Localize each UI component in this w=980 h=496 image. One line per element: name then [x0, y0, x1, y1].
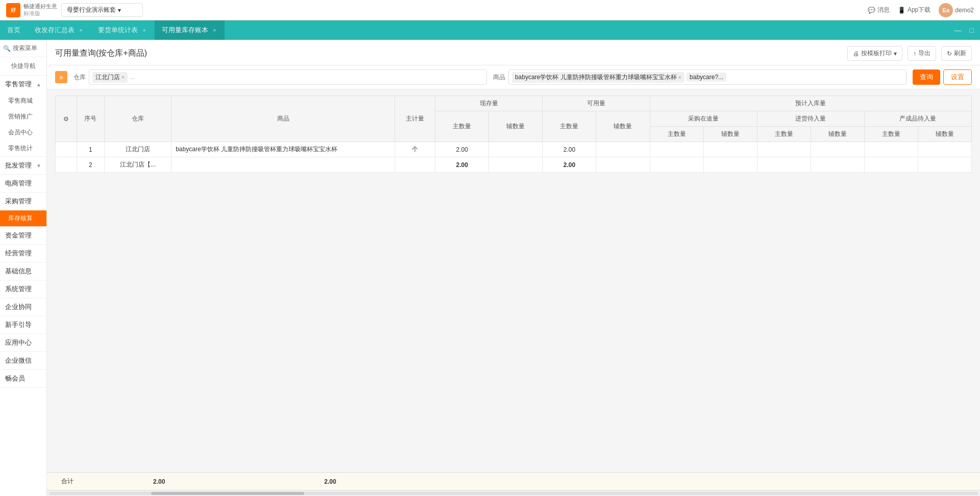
- top-bar: 好 畅捷通好生意 标准版 母婴行业演示账套 ▾ 💬 消息 📱 App下载 Ea …: [0, 0, 980, 20]
- sidebar-group-system: 系统管理: [0, 280, 46, 298]
- sidebar-group-purchase-header[interactable]: 采购管理: [0, 193, 46, 210]
- minimize-icon[interactable]: —: [952, 24, 964, 36]
- print-icon: 🖨: [853, 50, 859, 57]
- sidebar-group-operations: 经营管理: [0, 245, 46, 263]
- export-button[interactable]: ↑ 导出: [908, 46, 936, 61]
- sidebar-item-inventory[interactable]: 库存核算: [0, 210, 46, 226]
- sidebar-group-member-plus-header[interactable]: 畅会员: [0, 370, 46, 387]
- sidebar-group-system-header[interactable]: 系统管理: [0, 280, 46, 298]
- logo-area: 好 畅捷通好生意 标准版: [6, 3, 57, 17]
- sidebar-group-ecommerce: 电商管理: [0, 175, 46, 193]
- data-table: ⚙ 序号 仓库 商品 主计量 现存量 可用量 预计入库量 主数量 辅数量 主数量…: [55, 96, 972, 173]
- row2-unit: [395, 157, 435, 173]
- refresh-button[interactable]: ↻ 刷新: [941, 46, 972, 61]
- sidebar-item-retail-stats[interactable]: 零售统计: [0, 140, 46, 156]
- warehouse-filter-input[interactable]: 江北门店 × ...: [89, 69, 487, 85]
- row2-pt-main: [650, 157, 703, 173]
- tab-close-order-stats[interactable]: ×: [141, 27, 147, 34]
- sidebar-group-wechat: 企业微信: [0, 352, 46, 370]
- table-row: 2 江北门店【... 2.00 2.00: [56, 157, 972, 173]
- purchase-transit-header: 采购在途量: [650, 111, 757, 127]
- sidebar-group-new-guide-header[interactable]: 新手引导: [0, 316, 46, 334]
- footer-prod-aux: [886, 478, 972, 485]
- incoming-main-header: 主数量: [757, 127, 811, 142]
- row1-available-main: 2.00: [543, 142, 596, 157]
- sidebar-group-app-center-header[interactable]: 应用中心: [0, 334, 46, 351]
- tab-close-available-stock[interactable]: ×: [211, 27, 217, 34]
- tab-close-receipts[interactable]: ×: [78, 27, 84, 34]
- table-footer: 合计 2.00 2.00: [47, 472, 980, 490]
- page-title: 可用量查询(按仓库+商品): [55, 48, 147, 59]
- sidebar-group-wechat-header[interactable]: 企业微信: [0, 352, 46, 369]
- footer-current-main: 2.00: [116, 478, 202, 485]
- available-aux-qty-header: 辅数量: [596, 111, 650, 142]
- product-filter-input[interactable]: babycare学饮杯 儿童防摔防撞吸管杯重力球吸嘴杯宝宝水杯 × babyca…: [508, 69, 906, 85]
- scroll-bar-area: [47, 490, 980, 496]
- print-template-button[interactable]: 🖨 按模板打印 ▾: [847, 46, 902, 61]
- table-wrapper: ⚙ 序号 仓库 商品 主计量 现存量 可用量 预计入库量 主数量 辅数量 主数量…: [47, 89, 980, 472]
- sidebar-group-inventory: 库存核算: [0, 210, 46, 227]
- production-pending-header: 产成品待入量: [864, 111, 971, 127]
- row1-num: 1: [77, 142, 105, 157]
- warehouse-more[interactable]: ...: [130, 74, 135, 81]
- user-profile[interactable]: Ea demo2: [939, 3, 974, 17]
- sidebar-item-members[interactable]: 会员中心: [0, 125, 46, 140]
- sidebar-group-basic-info-header[interactable]: 基础信息: [0, 263, 46, 280]
- row2-warehouse: 江北门店【...: [104, 157, 171, 173]
- sidebar-quick-nav[interactable]: 快捷导航: [0, 57, 46, 76]
- sidebar-item-marketing[interactable]: 营销推广: [0, 109, 46, 125]
- message-button[interactable]: 💬 消息: [868, 6, 890, 14]
- row2-in-aux: [811, 157, 864, 173]
- sidebar-group-enterprise-header[interactable]: 企业协同: [0, 298, 46, 316]
- app-download-button[interactable]: 📱 App下载: [898, 6, 930, 14]
- chevron-down-icon: ▾: [894, 50, 897, 57]
- footer-available-main: 2.00: [287, 478, 373, 485]
- sidebar-search[interactable]: 🔍 搜索菜单: [0, 40, 46, 57]
- expected-in-header: 预计入库量: [650, 96, 972, 111]
- sidebar-group-operations-header[interactable]: 经营管理: [0, 245, 46, 262]
- sidebar-group-wholesale-header[interactable]: 批发管理 ▼: [0, 157, 46, 174]
- top-bar-left: 好 畅捷通好生意 标准版 母婴行业演示账套 ▾: [6, 3, 143, 17]
- row1-warehouse: 江北门店: [104, 142, 171, 157]
- logo-icon: 好: [6, 3, 20, 17]
- tab-receipts[interactable]: 收发存汇总表 ×: [28, 20, 91, 40]
- tab-order-stats[interactable]: 要货单统计表 ×: [91, 20, 154, 40]
- settings-col-header: ⚙: [56, 96, 77, 142]
- scroll-thumb[interactable]: [151, 492, 304, 495]
- warehouse-filter-group: 仓库 江北门店 × ...: [74, 69, 487, 85]
- sidebar-group-app-center: 应用中心: [0, 334, 46, 352]
- incoming-header: 进货待入量: [757, 111, 864, 127]
- content-area: 可用量查询(按仓库+商品) 🖨 按模板打印 ▾ ↑ 导出 ↻ 刷新 »: [47, 40, 980, 496]
- tab-home[interactable]: 首页: [0, 20, 28, 40]
- product-tag-close-1[interactable]: ×: [678, 74, 681, 80]
- sidebar-group-finance-header[interactable]: 资金管理: [0, 227, 46, 244]
- filter-toggle-button[interactable]: »: [55, 71, 67, 83]
- row2-num: 2: [77, 157, 105, 173]
- scroll-track[interactable]: [49, 492, 978, 495]
- row1-in-aux: [811, 142, 864, 157]
- warehouse-tag-close[interactable]: ×: [121, 74, 125, 80]
- current-stock-header: 现存量: [435, 96, 543, 111]
- row1-prod-aux: [918, 142, 971, 157]
- product-col-header: 商品: [172, 96, 395, 142]
- available-main-qty-header: 主数量: [543, 111, 596, 142]
- unit-col-header: 主计量: [395, 96, 435, 142]
- query-button[interactable]: 查询: [913, 69, 940, 85]
- sidebar-group-ecommerce-header[interactable]: 电商管理: [0, 175, 46, 192]
- settings-button[interactable]: 设置: [943, 69, 972, 85]
- page-header: 可用量查询(按仓库+商品) 🖨 按模板打印 ▾ ↑ 导出 ↻ 刷新: [47, 40, 980, 65]
- org-selector[interactable]: 母婴行业演示账套 ▾: [61, 3, 143, 17]
- tab-available-stock[interactable]: 可用量库存账本 ×: [155, 20, 225, 40]
- sidebar-group-retail-header[interactable]: 零售管理 ▲: [0, 76, 46, 93]
- warehouse-col-header: 仓库: [104, 96, 171, 142]
- row1-pt-main: [650, 142, 703, 157]
- footer-in-aux: [715, 478, 801, 485]
- chevron-up-icon: ▲: [36, 82, 41, 87]
- maximize-icon[interactable]: □: [968, 24, 976, 36]
- warehouse-tag-jiangbei: 江北门店 ×: [92, 72, 128, 83]
- sidebar-group-member-plus: 畅会员: [0, 370, 46, 388]
- phone-icon: 📱: [898, 7, 905, 14]
- sidebar-item-retail-mall[interactable]: 零售商城: [0, 93, 46, 109]
- chevron-down-icon: ▾: [118, 7, 121, 14]
- filter-bar: » 仓库 江北门店 × ... 商品 babycare学饮杯 儿童防摔防撞吸管杯…: [47, 65, 980, 89]
